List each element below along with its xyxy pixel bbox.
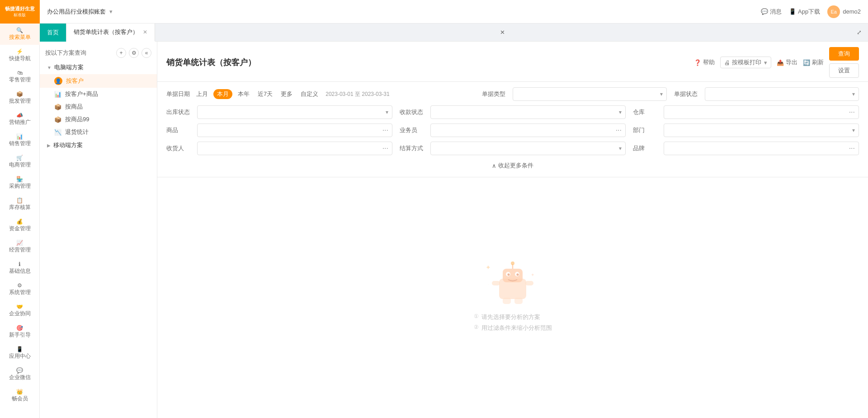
sidebar-item-wholesale[interactable]: 📦 批发管理 [0, 87, 40, 109]
order-type-filter: 单据类型 ▾ [482, 87, 667, 101]
recipient-dots[interactable]: ··· [382, 144, 388, 152]
enterprise-icon: 🤝 [16, 304, 23, 310]
print-label: 按模板打印 [732, 58, 761, 66]
brand-dots[interactable]: ··· [849, 144, 855, 152]
sidebar-item-enterprise-wx[interactable]: 💬 企业微信 [0, 364, 40, 385]
order-status-chevron: ▾ [852, 91, 855, 97]
print-dropdown-icon[interactable]: ▾ [764, 59, 767, 66]
warehouse-input[interactable]: ··· [664, 105, 859, 119]
sidebar-item-ecommerce[interactable]: 🛒 电商管理 [0, 151, 40, 172]
message-btn[interactable]: 💬 消息 [761, 8, 782, 16]
sidebar-item-quick-nav[interactable]: ⚡ 快捷导航 [0, 45, 40, 66]
topbar-left: 办公用品行业模拟账套 ▾ [47, 8, 113, 16]
collapse-wrapper: ∧ 收起更多条件 [166, 160, 859, 171]
sidebar-item-search-menu[interactable]: 🔍 搜索菜单 [0, 24, 40, 45]
filter-area: 单据日期 上月 本月 本年 近7天 更多 自定义 2023-03-01 至 20… [157, 82, 868, 177]
sidebar-item-enterprise[interactable]: 🤝 企业协同 [0, 300, 40, 321]
tab-home[interactable]: 首页 [40, 24, 66, 42]
salesperson-dots[interactable]: ··· [616, 126, 622, 134]
scheme-by-customer-product[interactable]: 📊 按客户+商品 [40, 88, 157, 100]
scheme-by-customer[interactable]: 👤 按客户 [40, 74, 157, 88]
tab-close-icon[interactable]: ✕ [143, 29, 147, 35]
query-button[interactable]: 查询 [829, 47, 859, 61]
panel-actions: + ⚙ « [116, 48, 151, 58]
sidebar-item-vip[interactable]: 👑 畅会员 [0, 385, 40, 406]
empty-illustration: ✦ ✦ · [486, 261, 540, 306]
dropdown-icon[interactable]: ▾ [109, 8, 113, 15]
print-btn[interactable]: 🖨 按模板打印 ▾ [720, 57, 771, 68]
sales-icon: 📊 [16, 133, 23, 140]
scheme-return-stats[interactable]: 📉 退货统计 [40, 126, 157, 138]
help-label: 帮助 [703, 58, 715, 66]
collapse-panel-btn[interactable]: « [142, 48, 151, 58]
sidebar-item-label: 畅会员 [12, 395, 28, 403]
date-filter: 单据日期 上月 本月 本年 近7天 更多 自定义 2023-03-01 至 20… [166, 89, 475, 99]
vip-icon: 👑 [16, 389, 23, 395]
username: demo2 [843, 8, 861, 15]
date-opt-7-days[interactable]: 近7天 [255, 89, 275, 99]
scheme-by-product-99[interactable]: 📦 按商品99 [40, 113, 157, 126]
message-label: 消息 [770, 8, 782, 16]
settings-scheme-btn[interactable]: ⚙ [129, 48, 139, 58]
date-opt-more[interactable]: 更多 [278, 89, 295, 99]
date-opt-custom[interactable]: 自定义 [298, 89, 321, 99]
sidebar-item-label: 销售管理 [9, 140, 31, 147]
desktop-group[interactable]: ▼ 电脑端方案 [40, 61, 157, 74]
sidebar-item-inventory[interactable]: 📋 库存核算 [0, 194, 40, 215]
sidebar-item-basic-info[interactable]: ℹ 基础信息 [0, 257, 40, 279]
app-download-btn[interactable]: 📱 App下载 [789, 8, 820, 16]
refresh-icon: 🔄 [803, 59, 810, 66]
date-opt-this-year[interactable]: 本年 [235, 89, 252, 99]
date-opt-last-month[interactable]: 上月 [193, 89, 211, 99]
sidebar-item-sales[interactable]: 📊 销售管理 [0, 130, 40, 151]
collapse-btn[interactable]: ∧ 收起更多条件 [492, 160, 533, 171]
industry-label: 办公用品行业模拟账套 [47, 8, 106, 16]
order-type-input[interactable]: ▾ [513, 87, 667, 101]
window-close-btn[interactable]: ✕ [494, 24, 512, 42]
department-input[interactable]: ▾ [664, 124, 859, 137]
settings-button[interactable]: 设置 [829, 63, 859, 78]
out-status-label: 出库状态 [166, 108, 193, 116]
window-maximize-btn[interactable]: ⤢ [850, 24, 868, 42]
empty-state: ✦ ✦ · ① 请先选择要分析的方案 ② 用过 [474, 261, 552, 335]
order-status-input[interactable]: ▾ [705, 87, 859, 101]
brand-input[interactable]: ··· [664, 142, 859, 155]
user-initials: Ea [831, 9, 837, 14]
tab-sales-report[interactable]: 销货单统计表（按客户） ✕ [66, 24, 155, 42]
app-name: 畅捷通好生意 [5, 5, 35, 12]
content-area: 按以下方案查询 + ⚙ « ▼ 电脑端方案 👤 按客户 📊 按客户+商品 [40, 42, 868, 418]
export-label: 导出 [786, 58, 797, 66]
sidebar-item-system[interactable]: ⚙ 系统管理 [0, 279, 40, 300]
sidebar-item-finance[interactable]: 💰 资金管理 [0, 215, 40, 236]
recipient-input[interactable]: ··· [197, 142, 392, 155]
sidebar-item-marketing[interactable]: 📣 营销推广 [0, 109, 40, 130]
help-btn[interactable]: ❓ 帮助 [694, 58, 715, 66]
product-dots[interactable]: ··· [382, 126, 388, 134]
filter-row-1: 单据日期 上月 本月 本年 近7天 更多 自定义 2023-03-01 至 20… [166, 87, 859, 101]
warehouse-dots[interactable]: ··· [849, 108, 855, 116]
mobile-group[interactable]: ▶ 移动端方案 [40, 138, 157, 152]
product-icon: 📦 [54, 104, 61, 110]
sidebar-item-new-guide[interactable]: 🎯 新手引导 [0, 321, 40, 342]
operations-icon: 📈 [16, 240, 23, 246]
purchase-icon: 🏪 [16, 176, 23, 182]
salesperson-input[interactable]: ··· [430, 124, 626, 137]
sidebar-item-operations[interactable]: 📈 经营管理 [0, 236, 40, 257]
refresh-label: 刷新 [812, 58, 824, 66]
refresh-btn[interactable]: 🔄 刷新 [803, 58, 824, 66]
add-scheme-btn[interactable]: + [116, 48, 126, 58]
out-status-input[interactable]: ▾ [197, 105, 392, 119]
hint2-text: 用过滤条件来缩小分析范围 [481, 324, 552, 332]
payment-status-input[interactable]: ▾ [430, 105, 626, 119]
sidebar-item-retail[interactable]: 🛍 零售管理 [0, 66, 40, 87]
scheme-by-product[interactable]: 📦 按商品 [40, 100, 157, 113]
user-menu[interactable]: Ea demo2 [827, 5, 861, 18]
product-input[interactable]: ··· [197, 124, 392, 137]
settlement-input[interactable]: ▾ [430, 142, 626, 155]
sidebar-item-purchase[interactable]: 🏪 采购管理 [0, 172, 40, 194]
date-opt-this-month[interactable]: 本月 [213, 89, 232, 99]
payment-status-filter: 收款状态 ▾ [400, 105, 626, 119]
sidebar-item-app-center[interactable]: 📱 应用中心 [0, 342, 40, 364]
export-btn[interactable]: 📤 导出 [777, 58, 797, 66]
sidebar-item-label: 零售管理 [9, 76, 31, 84]
